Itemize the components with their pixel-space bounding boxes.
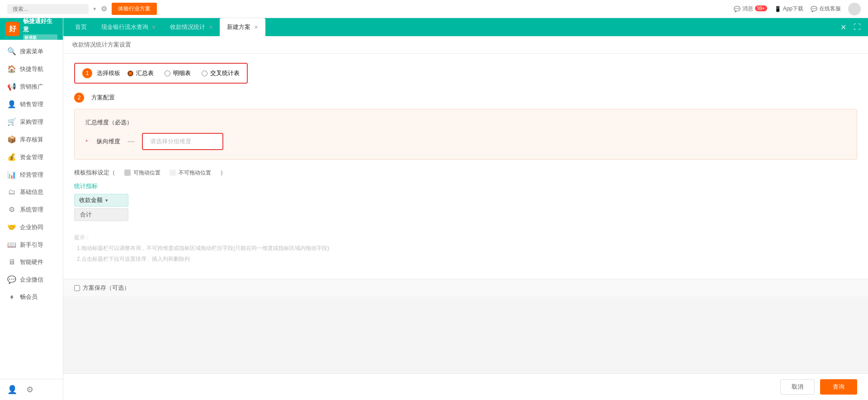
dimension-row: * 纵向维度 — 请选择分组维度 [85,133,846,150]
sidebar-item-wechat[interactable]: 💬 企业微信 [0,271,63,288]
metric-subtag-label: 合计 [80,211,92,219]
dim-arrow-icon: — [127,137,135,146]
sidebar-item-search[interactable]: 🔍 搜索菜单 [0,42,63,60]
hint-row-2: 2.点击标题栏下拉可设置排序、插入列和删除列 [74,254,857,264]
guide-icon: 📖 [7,240,16,249]
tab-cashflow-close[interactable]: × [152,24,156,31]
sidebar-item-label: 畅会员 [20,293,38,301]
sidebar-item-sales[interactable]: 👤 销售管理 [0,95,63,113]
metric-subtag-total: 合计 [74,208,128,221]
notification-badge: 99+ [755,5,767,11]
sidebar-item-finance[interactable]: 💰 资金管理 [0,148,63,166]
dim-selector[interactable]: 请选择分组维度 [142,133,223,150]
sidebar-footer-icon1[interactable]: 👤 [7,385,17,395]
metrics-section: 模板指标设定（ 可拖动位置 不可拖动位置 ） 统计指标 [74,169,857,221]
page-content: 收款情况统计方案设置 1 选择模板 汇总表 [63,36,868,373]
save-option[interactable]: 方案保存（可选） [74,284,130,292]
tab-collection[interactable]: 收款情况统计 × [163,18,220,36]
notification-icon: 💬 [734,6,741,12]
cancel-button[interactable]: 取消 [780,379,815,395]
save-option-label: 方案保存（可选） [83,284,130,292]
metric-tag-label: 收款金额 [79,196,103,204]
tab-cashflow-label: 现金银行流水查询 [101,23,148,31]
support-label: 在线客服 [819,5,841,13]
sidebar-item-management[interactable]: 📊 经营管理 [0,166,63,184]
tab-new-plan-close[interactable]: × [254,24,258,31]
notification-item[interactable]: 💬 消息 99+ [734,5,767,13]
tab-home[interactable]: 首页 [68,18,94,36]
top-bar: ▾ ⚙ 体验行业方案 💬 消息 99+ 📱 App下载 💬 在线客服 [0,0,868,18]
tab-cashflow[interactable]: 现金银行流水查询 × [94,18,163,36]
step1-row: 1 选择模板 汇总表 明细表 [74,63,857,84]
member-icon: ♦ [7,293,16,301]
query-button[interactable]: 查询 [820,379,857,395]
sidebar-item-hardware[interactable]: 🖥 智能硬件 [0,254,63,271]
system-icon: ⚙ [7,205,16,214]
sidebar-logo: 好 畅捷通好生意 标准版 [0,18,63,40]
metrics-title: 统计指标 [74,182,857,190]
sidebar-item-label: 资金管理 [20,153,43,161]
dropdown-icon[interactable]: ▾ [93,5,96,12]
sidebar-item-system[interactable]: ⚙ 系统管理 [0,201,63,218]
page-title: 收款情况统计方案设置 [72,41,131,48]
logo-text: 畅捷通好生意 [23,18,57,33]
gear-icon[interactable]: ⚙ [101,5,107,13]
sidebar-item-nav[interactable]: 🏠 快捷导航 [0,60,63,78]
sidebar-item-label: 库存核算 [20,136,43,144]
sidebar-item-inventory[interactable]: 📦 库存核算 [0,131,63,148]
hardware-icon: 🖥 [7,258,16,266]
wechat-icon: 💬 [7,275,16,284]
sidebar-item-label: 企业协同 [20,223,43,231]
radio-cross[interactable]: 交叉统计表 [202,69,240,77]
management-icon: 📊 [7,170,16,179]
user-avatar[interactable] [848,3,861,15]
sidebar-item-guide[interactable]: 📖 新手引导 [0,236,63,254]
tab-new-plan[interactable]: 新建方案 × [220,18,265,36]
sidebar-item-marketing[interactable]: 📢 营销推广 [0,78,63,95]
sidebar-item-basic[interactable]: 🗂 基础信息 [0,184,63,201]
top-bar-right: 💬 消息 99+ 📱 App下载 💬 在线客服 [734,3,861,15]
radio-detail-input[interactable] [165,71,170,76]
step1-label: 选择模板 [97,69,120,77]
sidebar-item-purchase[interactable]: 🛒 采购管理 [0,113,63,131]
industry-btn[interactable]: 体验行业方案 [112,3,157,15]
radio-detail[interactable]: 明细表 [165,69,191,77]
dimension-title: 汇总维度（必选） [85,118,846,127]
sidebar-item-member[interactable]: ♦ 畅会员 [0,288,63,306]
step2-section: 2 方案配置 汇总维度（必选） * 纵向维度 — 请选择分组维度 [74,93,857,270]
radio-summary-input[interactable] [127,71,133,76]
sidebar-footer-icon2[interactable]: ⚙ [26,385,33,395]
radio-detail-label: 明细表 [173,69,191,77]
form-section: 1 选择模板 汇总表 明细表 [63,54,868,279]
tab-collection-close[interactable]: × [209,24,212,31]
radio-summary[interactable]: 汇总表 [127,69,154,77]
metric-tag-amount[interactable]: 收款金额 ▾ [74,194,128,207]
content-area: 首页 现金银行流水查询 × 收款情况统计 × 新建方案 × ✕ ⛶ [63,18,868,400]
logo-icon: 好 [5,22,19,36]
purchase-icon: 🛒 [7,118,16,126]
sidebar-nav: 🔍 搜索菜单 🏠 快捷导航 📢 营销推广 👤 销售管理 🛒 采购管理 📦 [0,40,63,379]
download-icon: 📱 [774,6,781,12]
sidebar-footer: 👤 ⚙ [0,379,63,400]
draggable-label: 可拖动位置 [133,169,160,177]
top-bar-left: ▾ ⚙ 体验行业方案 [7,3,157,15]
notification-label: 消息 [742,5,753,13]
tab-close-all-btn[interactable]: ✕ [839,21,848,33]
sidebar-item-enterprise[interactable]: 🤝 企业协同 [0,218,63,236]
main-layout: 好 畅捷通好生意 标准版 🔍 搜索菜单 🏠 快捷导航 📢 营销推广 👤 销售管理 [0,18,868,400]
tab-home-label: 首页 [75,23,87,31]
finance-icon: 💰 [7,153,16,161]
sales-icon: 👤 [7,100,16,108]
metrics-header: 模板指标设定（ 可拖动位置 不可拖动位置 ） [74,169,857,177]
radio-cross-input[interactable] [202,71,208,76]
save-checkbox[interactable] [74,285,80,291]
step2-header: 2 方案配置 [74,93,857,103]
sidebar-item-label: 快捷导航 [20,65,43,73]
support-item[interactable]: 💬 在线客服 [811,5,841,13]
no-drag-indicator: 不可拖动位置 [170,169,211,177]
tab-collection-label: 收款情况统计 [170,23,205,31]
download-item[interactable]: 📱 App下载 [774,5,803,13]
sidebar-item-label: 智能硬件 [20,258,43,266]
tab-expand-btn[interactable]: ⛶ [852,21,863,33]
top-search-input[interactable] [7,4,89,14]
